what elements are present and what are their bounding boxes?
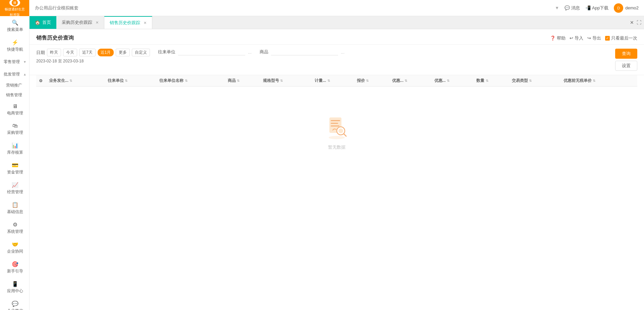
sidebar-item-sales-mgmt[interactable]: 销售管理	[0, 90, 29, 100]
sidebar-item-finance[interactable]: 💳 资金管理	[0, 159, 29, 178]
col-unit[interactable]: 计量... ⇅	[312, 75, 354, 87]
sidebar-item-inventory[interactable]: 📊 库存核算	[0, 139, 29, 159]
partner-input[interactable]	[178, 49, 245, 55]
col-label: 优惠...	[392, 78, 404, 83]
sidebar-item-wechat[interactable]: 💬 企业微信	[0, 297, 29, 310]
basic-info-icon: 📋	[12, 202, 18, 208]
col-pretax-price[interactable]: 优惠前无税单价 ⇅	[561, 75, 637, 87]
data-table: ⚙ 业务发生... ⇅ 往来单位 ⇅ 往来单位名称 ⇅	[36, 75, 637, 87]
tabs-actions: ✕ ⛶	[630, 20, 644, 25]
col-partner-name[interactable]: 往来单位名称 ⇅	[157, 75, 225, 87]
sort-icon: ⇅	[237, 79, 239, 83]
sidebar-item-label: 采购管理	[7, 130, 23, 136]
sidebar: 畅捷通好生意 标准版 🔍 搜索菜单 ⚡ 快捷导航 零售管理 ▼ 批发管理 ▲ 营…	[0, 0, 30, 310]
col-label: 交易类型	[512, 78, 528, 83]
sort-icon: ⇅	[69, 79, 72, 83]
sidebar-item-label: 企业微信	[7, 308, 23, 310]
sidebar-item-enterprise[interactable]: 🤝 企业协同	[0, 238, 29, 258]
goods-input[interactable]	[271, 49, 338, 55]
query-button[interactable]: 查询	[615, 49, 637, 59]
page-title: 销售历史价查询	[36, 35, 74, 42]
tab-sales-history[interactable]: 销售历史价跟踪 ✕	[104, 16, 152, 29]
topbar-title: 办公用品行业模拟账套	[35, 5, 549, 11]
sidebar-item-label: 快捷导航	[7, 47, 23, 52]
sort-icon: ⇅	[529, 79, 532, 83]
svg-line-7	[344, 134, 346, 136]
col-partner-code[interactable]: 往来单位 ⇅	[105, 75, 157, 87]
help-action[interactable]: ❓ 帮助	[550, 35, 566, 41]
sidebar-item-purchase[interactable]: 🛍 采购管理	[0, 119, 29, 139]
dropdown-icon[interactable]: ▼	[555, 5, 559, 10]
sidebar-item-basic-info[interactable]: 📋 基础信息	[0, 198, 29, 218]
import-icon: ↩	[570, 36, 573, 41]
only-last-label: 只看最后一次	[611, 35, 637, 41]
empty-text: 暂无数据	[328, 144, 345, 150]
sidebar-item-app-center[interactable]: 📱 应用中心	[0, 277, 29, 297]
page-header-actions: ❓ 帮助 ↩ 导入 ↪ 导出 ✓ 只看最后一次	[550, 35, 637, 41]
col-quantity[interactable]: 数量 ⇅	[474, 75, 509, 87]
ecommerce-icon: 🖥	[12, 103, 18, 109]
sidebar-item-search[interactable]: 🔍 搜索菜单	[0, 16, 29, 36]
operations-icon: 📈	[12, 182, 18, 188]
import-action[interactable]: ↩ 导入	[570, 35, 583, 41]
home-icon: 🏠	[35, 20, 40, 25]
col-label: 优惠前无税单价	[564, 78, 592, 83]
export-action[interactable]: ↪ 导出	[587, 35, 601, 41]
col-business-date[interactable]: 业务发生... ⇅	[46, 75, 105, 87]
inventory-icon: 📊	[12, 142, 18, 149]
wechat-icon: 💬	[12, 301, 18, 307]
date-btn-last7[interactable]: 近7天	[79, 49, 96, 56]
col-label: 优惠...	[434, 78, 446, 83]
col-trade-type[interactable]: 交易类型 ⇅	[509, 75, 561, 87]
svg-point-6	[338, 128, 343, 133]
tab-bar: 🏠 首页 采购历史价跟踪 ✕ 销售历史价跟踪 ✕ ✕ ⛶	[30, 16, 644, 29]
sidebar-item-retail[interactable]: 零售管理 ▼	[0, 56, 29, 68]
purchase-icon: 🛍	[12, 123, 18, 129]
date-btn-custom[interactable]: 自定义	[132, 49, 150, 56]
date-btn-today[interactable]: 今天	[63, 49, 77, 56]
help-icon: ❓	[550, 36, 555, 41]
col-settings[interactable]: ⚙	[36, 75, 46, 87]
date-btn-more[interactable]: 更多	[116, 49, 130, 56]
sidebar-item-label: 经营管理	[7, 189, 23, 195]
export-label: 导出	[592, 35, 601, 41]
svg-rect-2	[331, 120, 340, 121]
tab-home[interactable]: 🏠 首页	[30, 16, 56, 29]
partner-dots: ...	[248, 50, 252, 55]
app-download-action[interactable]: 📲 App下载	[585, 5, 608, 11]
enterprise-icon: 🤝	[12, 241, 18, 248]
sidebar-item-marketing[interactable]: 营销推广	[0, 81, 29, 90]
maximize-icon[interactable]: ⛶	[637, 20, 641, 25]
sidebar-item-operations[interactable]: 📈 经营管理	[0, 178, 29, 198]
date-range: 2023-02-18 至 2023-03-18	[36, 58, 150, 64]
tab-purchase-history[interactable]: 采购历史价跟踪 ✕	[56, 16, 104, 29]
sidebar-item-system[interactable]: ⚙ 系统管理	[0, 218, 29, 238]
empty-illustration	[323, 113, 350, 140]
col-spec[interactable]: 规格型号 ⇅	[260, 75, 312, 87]
settings-button[interactable]: 设置	[615, 61, 637, 71]
sort-icon: ⇅	[280, 79, 283, 83]
sidebar-item-quick-nav[interactable]: ⚡ 快捷导航	[0, 36, 29, 56]
date-btn-last1m[interactable]: 近1月	[98, 49, 114, 56]
col-discount1[interactable]: 优惠... ⇅	[389, 75, 432, 87]
col-quote[interactable]: 报价 ⇅	[354, 75, 389, 87]
app-center-icon: 📱	[12, 281, 18, 287]
only-last-checkbox[interactable]: ✓ 只看最后一次	[605, 35, 637, 41]
sidebar-item-label: 搜索菜单	[7, 27, 23, 33]
sidebar-item-label: 库存核算	[7, 150, 23, 155]
close-tab-icon[interactable]: ✕	[630, 20, 634, 25]
tab-purchase-close[interactable]: ✕	[96, 20, 99, 25]
system-icon: ⚙	[13, 221, 17, 228]
date-btn-yesterday[interactable]: 昨天	[47, 49, 61, 56]
table-header: ⚙ 业务发生... ⇅ 往来单位 ⇅ 往来单位名称 ⇅	[36, 75, 637, 87]
sidebar-item-guide[interactable]: 🎯 新手引导	[0, 258, 29, 277]
sidebar-item-ecommerce[interactable]: 🖥 电商管理	[0, 100, 29, 119]
sidebar-item-wholesale[interactable]: 批发管理 ▲	[0, 68, 29, 81]
topbar-actions: 💬 消息 📲 App下载 D demo2	[565, 3, 639, 13]
col-goods[interactable]: 商品 ⇅	[225, 75, 260, 87]
message-action[interactable]: 💬 消息	[565, 5, 580, 11]
col-discount2[interactable]: 优惠... ⇅	[432, 75, 474, 87]
partner-filter-group: 往来单位 ...	[158, 49, 252, 55]
tab-sales-close[interactable]: ✕	[144, 21, 147, 25]
user-profile[interactable]: D demo2	[614, 3, 639, 13]
